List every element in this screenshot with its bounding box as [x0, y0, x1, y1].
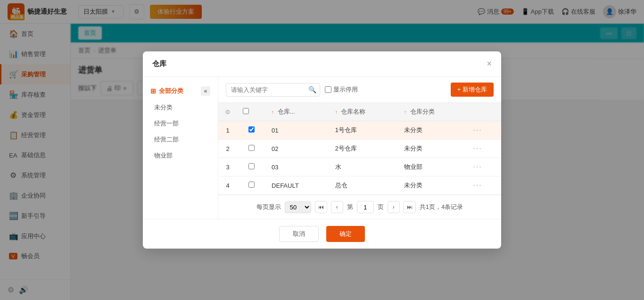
- dialog-close-btn[interactable]: ×: [487, 59, 492, 69]
- category-dept2[interactable]: 经营二部: [143, 132, 218, 148]
- warehouse-table: ⚙ ↑ 仓库... ↑: [218, 103, 501, 195]
- row-more-icon[interactable]: ···: [473, 126, 482, 134]
- dialog-header: 仓库 ×: [143, 51, 501, 77]
- row-code-cell: DEFAULT: [266, 176, 330, 195]
- row-checkbox-cell[interactable]: [237, 158, 266, 176]
- grid-icon: ⊞: [150, 87, 156, 95]
- row-name-cell: 总仓: [330, 176, 398, 195]
- row-name-cell: 1号仓库: [330, 121, 398, 140]
- col-code-header[interactable]: ↑ 仓库...: [266, 103, 330, 121]
- next-page-btn[interactable]: ›: [388, 201, 400, 213]
- dialog-footer: 取消 确定: [143, 219, 501, 249]
- prev-page-btn[interactable]: ‹: [331, 201, 343, 213]
- category-unclassified[interactable]: 未分类: [143, 100, 218, 116]
- show-disabled-checkbox[interactable]: [325, 86, 331, 93]
- row-more-icon[interactable]: ···: [473, 144, 482, 152]
- row-actions-cell[interactable]: ···: [467, 140, 501, 158]
- category-dept1[interactable]: 经营一部: [143, 116, 218, 132]
- row-checkbox[interactable]: [248, 126, 255, 133]
- row-num-cell: 4: [218, 176, 237, 195]
- search-bar: 🔍 显示停用 + 新增仓库: [218, 77, 501, 103]
- table-header-row: ⚙ ↑ 仓库... ↑: [218, 103, 501, 121]
- table-row[interactable]: 1 01 1号仓库 未分类 ···: [218, 121, 501, 140]
- row-category-cell: 未分类: [398, 140, 467, 158]
- search-input[interactable]: [226, 83, 320, 97]
- col-gear[interactable]: ⚙: [218, 103, 237, 121]
- row-category-cell: 未分类: [398, 176, 467, 195]
- table-row[interactable]: 2 02 2号仓库 未分类 ···: [218, 140, 501, 158]
- row-num-cell: 2: [218, 140, 237, 158]
- row-more-icon[interactable]: ···: [473, 181, 482, 189]
- col-checkbox-header[interactable]: [237, 103, 266, 121]
- cancel-btn[interactable]: 取消: [279, 226, 319, 242]
- warehouse-dialog: 仓库 × ⊞ 全部分类 « 未分类 经营一部 经营二部 物业部: [143, 51, 501, 249]
- row-name-cell: 水: [330, 158, 398, 176]
- content-panel: 🔍 显示停用 + 新增仓库 ⚙: [218, 77, 501, 219]
- col-category-header[interactable]: ↑ 仓库分类: [398, 103, 467, 121]
- sort-code-icon: ↑: [272, 109, 274, 115]
- row-checkbox-cell[interactable]: [237, 176, 266, 195]
- page-number-input[interactable]: [357, 201, 374, 213]
- row-checkbox-cell[interactable]: [237, 140, 266, 158]
- row-num-cell: 3: [218, 158, 237, 176]
- search-input-wrap: 🔍: [226, 83, 320, 97]
- row-actions-cell[interactable]: ···: [467, 121, 501, 140]
- pagination: 每页显示 50 10 20 100 ⏮ ‹ 第 页 › ⏭ 共1页，4条记录: [218, 195, 501, 219]
- row-code-cell: 01: [266, 121, 330, 140]
- select-all-checkbox[interactable]: [243, 108, 249, 114]
- row-actions-cell[interactable]: ···: [467, 176, 501, 195]
- row-code-cell: 03: [266, 158, 330, 176]
- add-warehouse-btn[interactable]: + 新增仓库: [451, 83, 494, 97]
- sort-name-icon: ↑: [335, 109, 338, 115]
- row-actions-cell[interactable]: ···: [467, 158, 501, 176]
- show-disabled-wrap: 显示停用: [325, 85, 358, 94]
- row-checkbox-cell[interactable]: [237, 121, 266, 140]
- row-checkbox[interactable]: [248, 145, 255, 151]
- confirm-btn[interactable]: 确定: [326, 226, 365, 242]
- row-num-cell: 1: [218, 121, 237, 140]
- col-settings-icon: ⚙: [225, 108, 231, 116]
- dialog-overlay: 仓库 × ⊞ 全部分类 « 未分类 经营一部 经营二部 物业部: [0, 0, 644, 300]
- col-actions-header: [467, 103, 501, 121]
- row-category-cell: 物业部: [398, 158, 467, 176]
- category-property[interactable]: 物业部: [143, 148, 218, 164]
- row-checkbox[interactable]: [248, 182, 255, 188]
- last-page-btn[interactable]: ⏭: [404, 201, 416, 213]
- warehouse-table-wrap: ⚙ ↑ 仓库... ↑: [218, 103, 501, 195]
- collapse-btn[interactable]: «: [201, 86, 210, 96]
- row-more-icon[interactable]: ···: [473, 163, 482, 171]
- dialog-body: ⊞ 全部分类 « 未分类 经营一部 经营二部 物业部 🔍: [143, 77, 501, 219]
- sort-category-icon: ↑: [404, 109, 406, 115]
- category-panel: ⊞ 全部分类 « 未分类 经营一部 经营二部 物业部: [143, 77, 218, 219]
- table-row[interactable]: 4 DEFAULT 总仓 未分类 ···: [218, 176, 501, 195]
- row-code-cell: 02: [266, 140, 330, 158]
- dialog-title: 仓库: [152, 59, 166, 68]
- col-name-header[interactable]: ↑ 仓库名称: [330, 103, 398, 121]
- row-category-cell: 未分类: [398, 121, 467, 140]
- row-name-cell: 2号仓库: [330, 140, 398, 158]
- category-all[interactable]: ⊞ 全部分类 «: [143, 83, 218, 100]
- row-checkbox[interactable]: [248, 163, 255, 169]
- per-page-select[interactable]: 50 10 20 100: [285, 201, 311, 213]
- table-row[interactable]: 3 03 水 物业部 ···: [218, 158, 501, 176]
- search-magnifier-icon[interactable]: 🔍: [308, 86, 316, 93]
- first-page-btn[interactable]: ⏮: [315, 201, 327, 213]
